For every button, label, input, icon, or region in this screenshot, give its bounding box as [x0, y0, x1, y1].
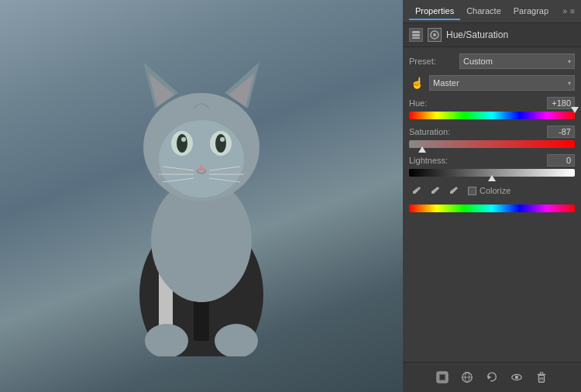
toggle-visibility-button[interactable] — [508, 369, 525, 386]
tab-bar: Properties Characte Paragrap » ≡ — [403, 0, 581, 23]
create-mask-button[interactable] — [434, 369, 451, 386]
svg-point-40 — [515, 376, 518, 379]
layers-icon-svg — [411, 30, 421, 40]
subtract-from-sample-icon[interactable]: - — [446, 183, 462, 198]
lightness-track[interactable] — [409, 169, 575, 177]
svg-rect-26 — [412, 34, 420, 36]
canvas-area — [0, 0, 403, 392]
lightness-thumb[interactable] — [488, 175, 496, 181]
saturation-value[interactable]: -87 — [547, 126, 575, 138]
eyedropper-row: + - Colorize — [409, 183, 575, 198]
delete-button[interactable] — [533, 369, 550, 386]
hue-sat-icon[interactable] — [428, 28, 442, 42]
hue-slider-header: Hue: +180 — [409, 97, 575, 109]
svg-text:-: - — [456, 186, 457, 191]
channel-arrow-icon: ▾ — [568, 80, 571, 87]
reset-button[interactable] — [483, 369, 500, 386]
tab-properties[interactable]: Properties — [409, 3, 460, 20]
channel-row: ☝ Master ▾ — [409, 75, 575, 91]
channel-dropdown[interactable]: Master ▾ — [429, 75, 575, 91]
svg-point-15 — [220, 137, 225, 142]
adjustment-layers-icon[interactable] — [409, 28, 423, 42]
colorize-checkbox[interactable] — [468, 187, 476, 195]
svg-point-9 — [159, 120, 244, 198]
panel-menu-icon[interactable]: ≡ — [570, 7, 575, 15]
cat-image — [0, 0, 403, 392]
preset-row: Preset: Custom ▾ — [409, 53, 575, 69]
preset-label: Preset: — [409, 57, 459, 66]
svg-rect-25 — [412, 31, 420, 33]
saturation-track[interactable] — [409, 140, 575, 148]
lightness-slider-row: Lightness: 0 — [409, 154, 575, 177]
svg-rect-27 — [412, 37, 420, 39]
bottom-bar — [403, 362, 581, 392]
svg-point-12 — [177, 134, 187, 153]
lightness-value[interactable]: 0 — [547, 154, 575, 167]
colorize-label: Colorize — [480, 186, 511, 195]
saturation-slider-row: Saturation: -87 — [409, 126, 575, 148]
tab-paragraph[interactable]: Paragrap — [507, 3, 555, 20]
circle-icon-svg — [430, 30, 439, 40]
channel-value: Master — [433, 78, 459, 88]
hue-label: Hue: — [409, 98, 427, 108]
svg-point-24 — [215, 324, 258, 356]
svg-marker-38 — [488, 375, 491, 379]
expand-panel-icon[interactable]: » — [563, 7, 568, 15]
hue-thumb[interactable] — [571, 107, 579, 113]
hue-slider-row: Hue: +180 — [409, 97, 575, 119]
colorize-checkbox-group: Colorize — [468, 186, 511, 195]
svg-rect-43 — [540, 373, 543, 375]
finger-tool-icon[interactable]: ☝ — [409, 75, 425, 91]
saturation-label: Saturation: — [409, 127, 450, 136]
preset-arrow-icon: ▾ — [568, 58, 571, 65]
lightness-label: Lightness: — [409, 156, 448, 165]
add-to-sample-icon[interactable]: + — [428, 183, 443, 198]
panel-content: Preset: Custom ▾ ☝ Master ▾ Hue: +180 — [403, 47, 581, 362]
panel-header: Hue/Saturation — [403, 23, 581, 47]
tab-character[interactable]: Characte — [460, 3, 507, 20]
svg-point-29 — [433, 33, 436, 36]
cat-illustration — [85, 15, 318, 356]
svg-point-13 — [215, 134, 226, 153]
light-slider-header: Lightness: 0 — [409, 154, 575, 167]
color-bar-row — [409, 205, 575, 212]
svg-point-14 — [181, 137, 186, 142]
sat-slider-header: Saturation: -87 — [409, 126, 575, 138]
svg-rect-34 — [439, 374, 445, 380]
color-bar — [409, 205, 575, 212]
saturation-thumb[interactable] — [418, 146, 426, 153]
preset-value: Custom — [463, 57, 493, 66]
tab-icons: » ≡ — [563, 7, 575, 15]
hue-track[interactable] — [409, 112, 575, 119]
view-previous-state-button[interactable] — [459, 369, 476, 386]
svg-text:+: + — [437, 186, 440, 191]
panel-title: Hue/Saturation — [446, 29, 508, 40]
svg-point-23 — [145, 324, 188, 356]
eyedropper-tool-icon[interactable] — [409, 183, 425, 198]
preset-dropdown[interactable]: Custom ▾ — [459, 53, 575, 69]
right-panel: Properties Characte Paragrap » ≡ Hue/Sat… — [403, 0, 581, 392]
